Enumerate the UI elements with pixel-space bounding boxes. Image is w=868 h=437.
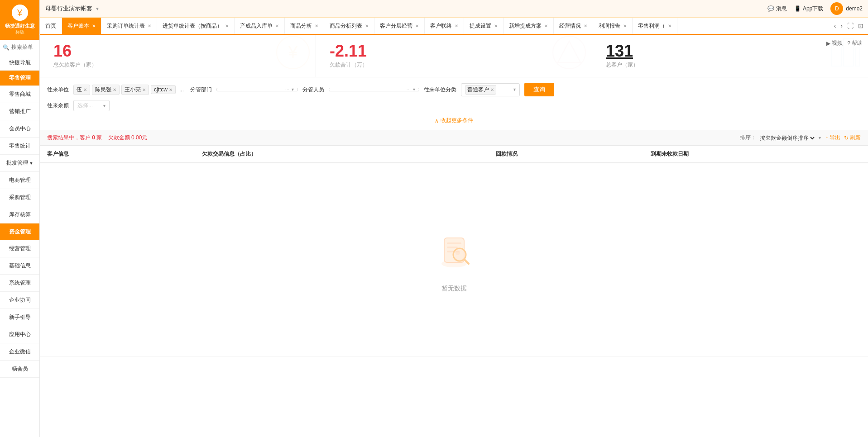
tab-commission-settings[interactable]: 提成设置 ✕: [464, 18, 504, 34]
sidebar-item-newbie-guide[interactable]: 新手引导: [0, 309, 39, 326]
sidebar-quick-nav[interactable]: 快捷导航: [0, 55, 39, 71]
close-icon[interactable]: ✕: [113, 87, 116, 92]
tab-business-status[interactable]: 经营情况 ✕: [554, 18, 593, 34]
sidebar-item-operations[interactable]: 经营管理: [0, 240, 39, 257]
tab-goods-stats[interactable]: 进货单统计表（按商品） ✕: [157, 18, 235, 34]
remainder-select[interactable]: 选择...: [73, 100, 110, 111]
nav-fullscreen-icon[interactable]: ⊡: [856, 21, 865, 30]
sidebar-logo: ¥ 畅捷通好生意 标版: [0, 0, 39, 40]
search-menu-button[interactable]: 🔍 搜索菜单: [3, 43, 37, 51]
sidebar-item-inventory[interactable]: 库存核算: [0, 206, 39, 223]
account-chevron-icon: ▼: [95, 6, 100, 11]
stat-value-debt: -2.11: [330, 43, 367, 59]
remainder-filter-label: 往来余额: [47, 102, 69, 109]
close-icon[interactable]: ✕: [225, 24, 229, 28]
sidebar-item-enterprise-collab[interactable]: 企业协同: [0, 292, 39, 309]
dept-select[interactable]: ▼ ···: [216, 88, 298, 91]
account-selector[interactable]: 母婴行业演示帐套 ▼: [45, 5, 100, 13]
close-icon[interactable]: ✕: [455, 24, 458, 28]
sidebar-item-purchase[interactable]: 采购管理: [0, 189, 39, 206]
sidebar-search[interactable]: 🔍 搜索菜单: [0, 40, 39, 55]
nav-expand-icon[interactable]: ⛶: [845, 21, 855, 30]
sidebar-item-wechat-work[interactable]: 企业微信: [0, 343, 39, 361]
person-select[interactable]: ▼ ···: [329, 88, 419, 91]
close-icon[interactable]: ✕: [494, 24, 498, 28]
tab-new-commission-plan[interactable]: 新增提成方案 ✕: [504, 18, 554, 34]
help-icon: ?: [847, 40, 850, 47]
sidebar-item-capital-mgmt[interactable]: 资金管理: [0, 223, 39, 240]
logo-sub: 标版: [15, 29, 24, 35]
messages-btn[interactable]: 💬 消息: [767, 5, 787, 13]
help-btn[interactable]: ? 帮助: [847, 39, 863, 47]
tab-customer-contact[interactable]: 客户联络 ✕: [425, 18, 464, 34]
app-download-btn[interactable]: 📱 App下载: [794, 5, 823, 13]
export-button[interactable]: ↑ 导出: [825, 134, 840, 142]
collapse-button[interactable]: ∧ 收起更多条件: [435, 117, 473, 124]
unit-tag-wu[interactable]: 伍 ✕: [73, 85, 90, 95]
category-select[interactable]: 普通客户 ✕ ▼: [461, 83, 520, 96]
data-table: 客户信息 欠款交易信息（占比） 回款情况 到期未收款日期: [40, 146, 868, 356]
result-count: 0: [92, 134, 95, 141]
tab-home[interactable]: 首页: [40, 18, 62, 34]
close-icon[interactable]: ✕: [544, 24, 548, 28]
close-icon[interactable]: ✕: [490, 87, 494, 92]
sidebar-item-member[interactable]: 畅会员: [0, 361, 39, 378]
unit-tag-cjttcw[interactable]: cjttcw ✕: [151, 85, 176, 94]
sidebar-item-ecommerce[interactable]: 电商管理: [0, 172, 39, 189]
empty-text: 暂无数据: [441, 285, 467, 293]
sidebar-item-basic-info[interactable]: 基础信息: [0, 257, 39, 275]
close-icon[interactable]: ✕: [148, 24, 151, 28]
tab-customer-ledger[interactable]: 客户账本 ✕: [62, 18, 101, 34]
sidebar-item-app-center[interactable]: 应用中心: [0, 326, 39, 343]
close-icon[interactable]: ✕: [584, 24, 587, 28]
sort-select[interactable]: 按欠款金额倒序排序: [758, 134, 816, 142]
close-icon[interactable]: ✕: [142, 87, 146, 92]
sort-selector[interactable]: 排序： 按欠款金额倒序排序 ▼: [740, 134, 822, 142]
search-actions: 排序： 按欠款金额倒序排序 ▼ ↑ 导出 ↻ 刷新: [740, 134, 861, 142]
sidebar: ¥ 畅捷通好生意 标版 🔍 搜索菜单 快捷导航 零售管理 零售商城 营销推广 会…: [0, 0, 40, 437]
sidebar-item-member-center[interactable]: 会员中心: [0, 120, 39, 138]
tab-goods-analysis[interactable]: 商品分析 ✕: [285, 18, 324, 34]
unit-tag-wang[interactable]: 王小亮 ✕: [121, 85, 149, 95]
svg-rect-6: [855, 48, 860, 66]
close-icon[interactable]: ✕: [275, 24, 279, 28]
close-icon[interactable]: ✕: [92, 24, 96, 28]
tab-goods-analysis-list[interactable]: 商品分析列表 ✕: [324, 18, 374, 34]
tab-profit-report[interactable]: 利润报告 ✕: [593, 18, 633, 34]
stat-label-customers: 总客户（家）: [606, 61, 854, 69]
sidebar-item-retail-stats[interactable]: 零售统计: [0, 138, 39, 155]
close-icon[interactable]: ✕: [169, 87, 173, 92]
svg-point-14: [456, 251, 460, 255]
close-icon[interactable]: ✕: [365, 24, 369, 28]
sidebar-retail-mgmt[interactable]: 零售管理: [0, 71, 39, 86]
stat-label-debt: 欠款合计（万）: [330, 61, 578, 69]
nav-right-arrow[interactable]: ›: [839, 21, 844, 30]
filter-area: 往来单位 伍 ✕ 陈民强 ✕ 王小亮 ✕ cjttcw: [40, 77, 868, 130]
nav-left-arrow[interactable]: ‹: [832, 21, 838, 30]
main-content: 母婴行业演示帐套 ▼ 💬 消息 📱 App下载 D demo2 首页 客户账本 …: [40, 0, 868, 437]
category-tag[interactable]: 普通客户 ✕: [465, 85, 496, 95]
tab-retail-profit[interactable]: 零售利润（ ✕: [633, 18, 677, 34]
unit-tag-more[interactable]: ...: [177, 86, 186, 94]
close-icon[interactable]: ✕: [315, 24, 318, 28]
sidebar-item-wholesale[interactable]: 批发管理▼: [0, 155, 39, 172]
close-icon[interactable]: ✕: [83, 87, 87, 92]
sidebar-item-marketing[interactable]: 营销推广: [0, 103, 39, 120]
sidebar-item-retail-mall[interactable]: 零售商城: [0, 86, 39, 103]
message-icon: 💬: [767, 5, 774, 12]
video-btn[interactable]: ▶ 视频: [826, 39, 843, 47]
dots-icon: ···: [407, 87, 411, 92]
dots-icon: ···: [285, 87, 289, 92]
tab-product-storage[interactable]: 产成品入库单 ✕: [235, 18, 285, 34]
tab-customer-tier[interactable]: 客户分层经营 ✕: [374, 18, 425, 34]
sidebar-item-system[interactable]: 系统管理: [0, 275, 39, 292]
refresh-button[interactable]: ↻ 刷新: [844, 134, 861, 142]
close-icon[interactable]: ✕: [668, 24, 671, 28]
user-profile[interactable]: D demo2: [830, 2, 863, 15]
close-icon[interactable]: ✕: [623, 24, 627, 28]
query-button[interactable]: 查询: [524, 83, 554, 96]
close-icon[interactable]: ✕: [415, 24, 419, 28]
tab-purchase-order-stats[interactable]: 采购订单统计表 ✕: [101, 18, 157, 34]
unit-tag-chen[interactable]: 陈民强 ✕: [92, 85, 120, 95]
chevron-down-icon: ▼: [412, 87, 416, 92]
